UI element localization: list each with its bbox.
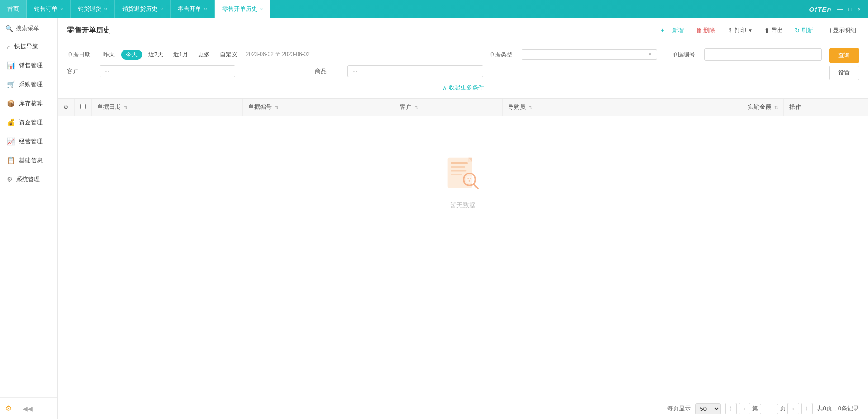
table-header: ⚙ 单据日期 ⇅ 单据编号 ⇅ [58, 99, 868, 116]
print-dropdown-icon: ▼ [748, 28, 753, 33]
sidebar-item-sales-mgmt[interactable]: 📊 销售管理 [0, 56, 57, 75]
doc-number-input[interactable] [704, 48, 822, 61]
per-page-select[interactable]: 10 20 50 100 [695, 403, 721, 414]
query-buttons: 查询 设置 [829, 48, 859, 80]
doc-type-select[interactable]: ▼ [522, 49, 657, 60]
select-all-checkbox[interactable] [80, 104, 86, 109]
trend-icon: 📈 [7, 137, 15, 146]
first-page-button[interactable]: ⟨ [725, 403, 737, 414]
tab-sales-return-close[interactable]: × [104, 6, 107, 12]
tab-retail-open-label: 零售开单 [178, 5, 201, 13]
date-btn-custom[interactable]: 自定义 [216, 50, 241, 60]
date-btn-1month[interactable]: 近1月 [170, 50, 192, 60]
filter-area: 单据日期 昨天 今天 近7天 近1月 更多 自定义 2023-06-02 至 2… [58, 42, 868, 99]
export-button[interactable]: ⬆ 导出 [762, 24, 786, 36]
th-number-label: 单据编号 [248, 104, 272, 110]
date-btn-yesterday[interactable]: 昨天 [100, 50, 119, 60]
settings-icon[interactable]: ⚙ [5, 404, 12, 413]
svg-line-7 [474, 184, 478, 188]
empty-text: 暂无数据 [450, 202, 475, 210]
page-number-input[interactable]: 1 [760, 404, 778, 414]
page-title: 零售开单历史 [67, 26, 110, 35]
sidebar-search[interactable]: 🔍 搜索采单 [0, 20, 57, 37]
sidebar-item-purchase-mgmt[interactable]: 🛒 采购管理 [0, 75, 57, 94]
tab-retail-open-history-close[interactable]: × [260, 6, 263, 12]
svg-point-10 [469, 180, 470, 182]
tab-retail-open-close[interactable]: × [204, 6, 207, 12]
sidebar-item-label: 库存核算 [19, 99, 43, 108]
sidebar-item-operation-mgmt[interactable]: 📈 经营管理 [0, 132, 57, 151]
sort-amount-icon[interactable]: ⇅ [774, 105, 778, 110]
date-btn-today[interactable]: 今天 [121, 50, 142, 60]
tab-sales-return-history-close[interactable]: × [160, 6, 163, 12]
sidebar-item-label: 快捷导航 [14, 42, 38, 51]
empty-state: 暂无数据 [58, 116, 868, 246]
set-button[interactable]: 设置 [829, 66, 859, 80]
export-label: 导出 [771, 26, 783, 34]
minimize-button[interactable]: — [837, 6, 843, 13]
display-checkbox[interactable] [825, 28, 831, 33]
print-icon: 🖨 [727, 27, 733, 34]
close-button[interactable]: × [857, 6, 861, 13]
sort-number-icon[interactable]: ⇅ [275, 105, 279, 110]
refresh-button[interactable]: ↻ 刷新 [792, 24, 816, 36]
svg-rect-3 [451, 170, 467, 171]
sidebar-item-inventory-mgmt[interactable]: 📦 库存核算 [0, 94, 57, 113]
svg-point-8 [467, 178, 469, 179]
sort-date-icon[interactable]: ⇅ [124, 105, 128, 110]
per-page-label: 每页显示 [667, 405, 691, 413]
table-header-row: ⚙ 单据日期 ⇅ 单据编号 ⇅ [58, 99, 868, 116]
column-gear-icon[interactable]: ⚙ [63, 104, 69, 111]
tab-sales-order-label: 销售订单 [34, 5, 57, 13]
export-icon: ⬆ [764, 27, 769, 34]
sidebar-item-basic-info[interactable]: 📋 基础信息 [0, 151, 57, 170]
sort-guide-icon[interactable]: ⇅ [529, 105, 532, 110]
next-page-button[interactable]: ＞ [787, 403, 799, 414]
tab-sales-return-history[interactable]: 销货退货历史 × [115, 0, 171, 18]
table-body: 暂无数据 [58, 116, 868, 246]
sidebar-item-label: 经营管理 [19, 137, 43, 146]
tab-sales-order-close[interactable]: × [60, 6, 63, 12]
gear-icon: ⚙ [7, 175, 13, 184]
delete-icon: 🗑 [696, 27, 702, 34]
th-amount-label: 实销金额 [748, 104, 771, 110]
tab-retail-open-history[interactable]: 零售开单历史 × [215, 0, 270, 18]
goods-input[interactable]: ··· [347, 65, 483, 77]
pagination-bar: 每页显示 10 20 50 100 ⟨ ＜ 第 1 页 ＞ ⟩ 共0页，0条记录 [58, 398, 868, 419]
print-button[interactable]: 🖨 打印 ▼ [724, 24, 755, 36]
delete-button[interactable]: 🗑 删除 [693, 24, 718, 36]
collapse-button[interactable]: ∧ 收起更多条件 [442, 84, 484, 92]
main-layout: 🔍 搜索采单 ⌂ 快捷导航 📊 销售管理 🛒 采购管理 📦 库存核算 💰 资金管… [0, 18, 868, 419]
last-page-button[interactable]: ⟩ [801, 403, 813, 414]
sidebar-item-quick-nav[interactable]: ⌂ 快捷导航 [0, 37, 57, 56]
doc-icon: 📋 [7, 156, 15, 165]
sidebar-bottom: ⚙ ◀◀ [0, 397, 57, 419]
collapse-row: ∧ 收起更多条件 [67, 82, 859, 94]
display-toggle[interactable]: 显示明细 [822, 24, 859, 36]
sort-customer-icon[interactable]: ⇅ [415, 105, 418, 110]
maximize-button[interactable]: □ [849, 6, 852, 13]
page-suffix: 页 [780, 405, 786, 413]
add-button[interactable]: ＋ + 新增 [657, 24, 687, 36]
data-table: ⚙ 单据日期 ⇅ 单据编号 ⇅ [58, 99, 868, 246]
tab-retail-open-history-label: 零售开单历史 [222, 5, 257, 13]
customer-input[interactable]: ··· [100, 65, 235, 77]
sidebar-item-system-mgmt[interactable]: ⚙ 系统管理 [0, 170, 57, 189]
sidebar-item-label: 销售管理 [19, 61, 43, 70]
date-btn-more[interactable]: 更多 [194, 50, 213, 60]
top-bar: 首页 销售订单 × 销货退货 × 销货退货历史 × 零售开单 × 零售开单历史 … [0, 0, 868, 18]
tab-sales-order[interactable]: 销售订单 × [27, 0, 71, 18]
collapse-up-icon: ∧ [442, 85, 447, 91]
table-area: ⚙ 单据日期 ⇅ 单据编号 ⇅ [58, 99, 868, 398]
collapse-sidebar-icon[interactable]: ◀◀ [23, 405, 33, 412]
tab-retail-open[interactable]: 零售开单 × [171, 0, 214, 18]
svg-rect-2 [451, 166, 465, 168]
prev-page-button[interactable]: ＜ [739, 403, 750, 414]
query-button[interactable]: 查询 [829, 48, 859, 63]
content-area: 零售开单历史 ＋ + 新增 🗑 删除 🖨 打印 ▼ ⬆ 导出 [58, 18, 868, 419]
sidebar-item-finance-mgmt[interactable]: 💰 资金管理 [0, 113, 57, 132]
date-btn-7days[interactable]: 近7天 [145, 50, 167, 60]
tab-home[interactable]: 首页 [0, 0, 27, 18]
tab-sales-return[interactable]: 销货退货 × [71, 0, 114, 18]
goods-filter-label: 商品 [315, 67, 340, 75]
